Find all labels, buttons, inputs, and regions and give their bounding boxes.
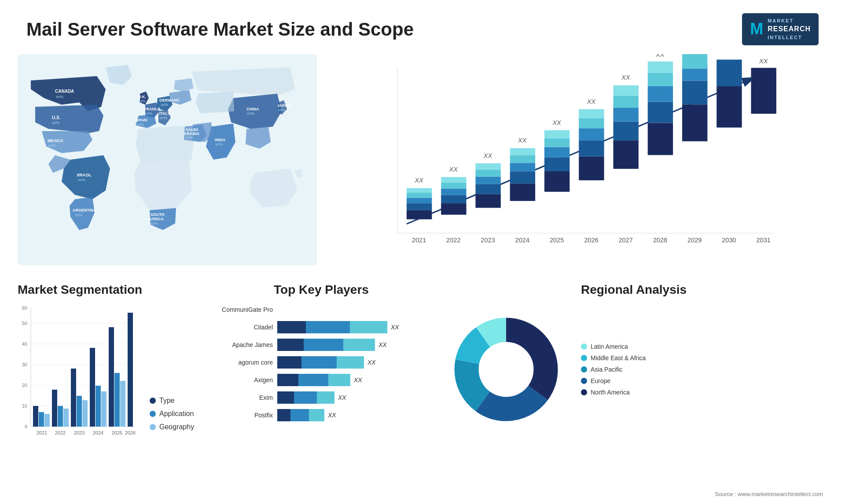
- reg-legend-mea: Middle East & Africa: [581, 354, 646, 362]
- svg-rect-41: [510, 172, 535, 183]
- player-row-postfix: Postfix XX: [216, 409, 427, 421]
- svg-rect-54: [579, 128, 604, 140]
- svg-rect-22: [407, 210, 432, 219]
- svg-text:xx%: xx%: [160, 116, 167, 120]
- svg-rect-53: [579, 140, 604, 157]
- svg-text:XX: XX: [690, 54, 699, 55]
- svg-rect-34: [475, 194, 500, 208]
- player-value-axigen: XX: [354, 376, 362, 383]
- player-value-apache: XX: [378, 341, 387, 348]
- svg-rect-28: [441, 203, 466, 215]
- svg-rect-120: [120, 381, 125, 427]
- us-label: U.S.: [52, 115, 61, 120]
- page-title: Mail Server Software Market Size and Sco…: [26, 19, 414, 40]
- svg-rect-64: [648, 123, 673, 155]
- svg-text:2024: 2024: [93, 430, 103, 435]
- svg-text:xx%: xx%: [52, 121, 59, 125]
- svg-text:XX: XX: [587, 98, 596, 105]
- svg-text:AFRICA: AFRICA: [149, 217, 164, 221]
- player-bar-citadel: XX: [277, 321, 399, 333]
- header: Mail Server Software Market Size and Sco…: [0, 0, 845, 54]
- svg-text:XX: XX: [483, 152, 493, 159]
- player-value-citadel: XX: [391, 324, 399, 331]
- svg-rect-119: [114, 373, 120, 427]
- france-label: FRANCE: [144, 107, 161, 111]
- legend-app-label: Application: [159, 410, 194, 418]
- svg-text:2024: 2024: [515, 237, 529, 244]
- player-bar-axigen: XX: [277, 374, 362, 386]
- svg-text:2028: 2028: [653, 237, 667, 244]
- svg-rect-76: [716, 60, 742, 87]
- key-players-section: Top Key Players CommuniGate Pro Citadel: [216, 283, 427, 503]
- svg-rect-50: [544, 130, 569, 139]
- svg-text:2029: 2029: [687, 237, 702, 244]
- svg-rect-40: [510, 183, 535, 201]
- svg-text:10: 10: [22, 403, 27, 409]
- svg-rect-26: [407, 188, 432, 193]
- argentina-label: ARGENTINA: [73, 208, 96, 212]
- italy-label: ITALY: [159, 111, 170, 116]
- svg-rect-48: [544, 147, 569, 157]
- japan-label: JAPAN: [277, 103, 290, 108]
- svg-text:2025: 2025: [550, 237, 564, 244]
- regional-analysis-section: Regional Analysis: [440, 283, 827, 503]
- svg-rect-35: [475, 184, 500, 194]
- svg-text:20: 20: [22, 383, 27, 388]
- reg-dot-asia: [581, 366, 587, 373]
- source-text: Source : www.marketresearchintellect.com: [715, 491, 823, 497]
- legend-type-label: Type: [159, 397, 175, 405]
- key-players-title: Top Key Players: [216, 283, 427, 297]
- svg-rect-117: [101, 391, 107, 427]
- svg-rect-30: [441, 189, 466, 195]
- svg-text:2023: 2023: [74, 430, 84, 435]
- player-row-communigate: CommuniGate Pro: [216, 303, 427, 316]
- svg-text:xx%: xx%: [48, 143, 56, 148]
- legend-geo-label: Geography: [159, 423, 194, 431]
- svg-rect-113: [77, 396, 82, 427]
- spain-label: SPAIN: [136, 118, 147, 122]
- reg-legend-asia: Asia Pacific: [581, 366, 646, 373]
- segmentation-section: Market Segmentation 0 10 20 30: [18, 283, 202, 503]
- svg-rect-62: [613, 85, 638, 96]
- svg-rect-60: [613, 108, 638, 121]
- svg-rect-31: [441, 183, 466, 189]
- svg-text:xx%: xx%: [136, 122, 144, 127]
- player-name-exim: Exim: [216, 394, 273, 401]
- regional-title: Regional Analysis: [440, 283, 827, 297]
- player-name-axigen: Axigen: [216, 376, 273, 383]
- svg-text:50: 50: [22, 321, 27, 326]
- bottom-section: Market Segmentation 0 10 20 30: [0, 274, 845, 503]
- legend-type-dot: [150, 398, 156, 404]
- legend-application: Application: [150, 410, 194, 418]
- player-name-postfix: Postfix: [216, 412, 273, 419]
- svg-text:2031: 2031: [756, 237, 770, 244]
- donut-wrapper: Latin America Middle East & Africa Asia …: [440, 303, 827, 435]
- svg-rect-110: [58, 406, 63, 427]
- svg-text:2021: 2021: [37, 430, 47, 435]
- legend-type: Type: [150, 397, 194, 405]
- reg-label-europe: Europe: [591, 377, 610, 384]
- svg-rect-42: [510, 163, 535, 172]
- svg-text:xx%: xx%: [186, 135, 193, 140]
- svg-rect-118: [109, 327, 114, 427]
- legend-app-dot: [150, 411, 156, 417]
- brazil-label: BRAZIL: [77, 173, 92, 177]
- svg-text:2022: 2022: [55, 430, 66, 435]
- svg-rect-121: [128, 313, 133, 427]
- main-content: CANADA xx% U.S. xx% MEXICO xx% BRAZIL xx…: [0, 54, 845, 274]
- world-map-svg: CANADA xx% U.S. xx% MEXICO xx% BRAZIL xx…: [18, 54, 317, 265]
- world-map-section: CANADA xx% U.S. xx% MEXICO xx% BRAZIL xx…: [18, 54, 317, 265]
- svg-text:xx%: xx%: [138, 99, 146, 103]
- svg-rect-24: [407, 198, 432, 204]
- svg-text:40: 40: [22, 341, 27, 347]
- seg-chart-wrapper: 0 10 20 30 40 50 60: [18, 303, 202, 444]
- svg-rect-68: [648, 62, 673, 73]
- player-value-exim: XX: [338, 394, 346, 401]
- reg-dot-mea: [581, 355, 587, 361]
- player-row-exim: Exim XX: [216, 391, 427, 404]
- reg-label-latin: Latin America: [591, 343, 628, 350]
- svg-point-133: [479, 342, 533, 397]
- logo-line1: MARKET: [768, 18, 811, 24]
- uk-label: U.K.: [138, 95, 146, 99]
- svg-text:2021: 2021: [412, 237, 426, 244]
